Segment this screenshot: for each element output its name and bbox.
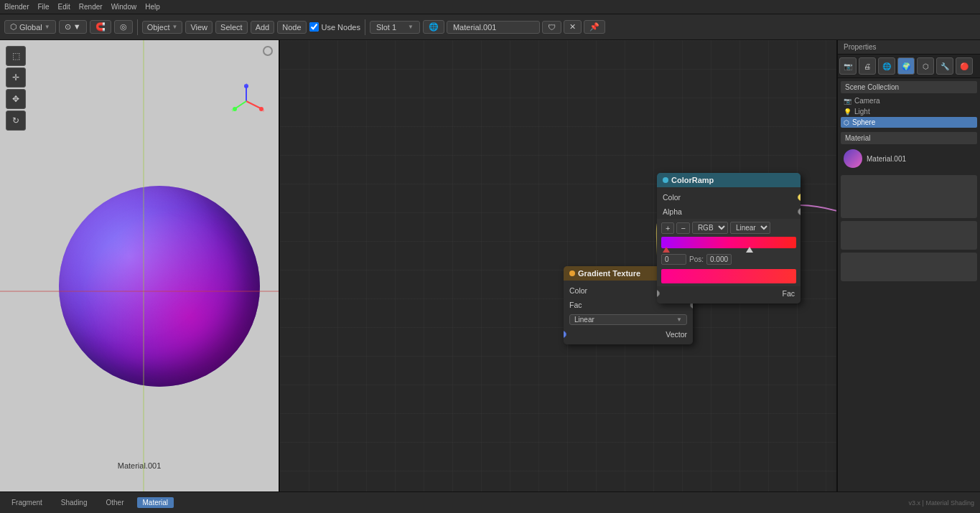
sphere-container <box>59 186 260 387</box>
vp-right-toolbar <box>263 46 273 56</box>
cr-pos-field[interactable]: 0.000 <box>706 254 732 265</box>
rp-render-tab[interactable]: 📷 <box>839 57 857 75</box>
menu-help[interactable]: Help <box>145 3 160 11</box>
rp-object-tab[interactable]: ⬡ <box>917 57 934 75</box>
cr-index-field[interactable]: 0 <box>661 254 686 265</box>
rp-camera-item[interactable]: 📷 Camera <box>841 95 977 106</box>
bottom-tab-fragment[interactable]: Fragment <box>6 497 48 508</box>
cr-stop-right[interactable] <box>746 247 753 253</box>
node-menu[interactable]: Node <box>277 21 306 34</box>
rp-header-text: Properties <box>844 43 877 51</box>
rp-outliner-section: Scene Collection 📷 Camera 💡 Light ⬡ Sphe… <box>841 81 977 128</box>
use-nodes-toggle[interactable]: Use Nodes <box>309 22 360 32</box>
bottom-bar: Fragment Shading Other Material v3.x | M… <box>0 491 980 513</box>
rp-extra-block-3 <box>841 253 977 281</box>
rp-modifier-tab[interactable]: 🔧 <box>936 57 953 75</box>
material-label-text: Material.001 <box>118 461 162 470</box>
select-menu[interactable]: Select <box>215 21 248 34</box>
material-close-btn[interactable]: ✕ <box>564 20 582 34</box>
cr-color-out-label: Color <box>663 193 681 202</box>
bottom-shading-label: Shading <box>61 499 88 507</box>
cr-pos-row: 0 Pos: 0.000 <box>661 254 796 265</box>
bottom-tab-shading[interactable]: Shading <box>55 497 93 508</box>
select-label: Select <box>220 23 243 32</box>
rp-extra-block-2 <box>841 221 977 250</box>
material-name-field[interactable]: Material.001 <box>447 21 540 34</box>
use-nodes-label: Use Nodes <box>322 23 360 32</box>
rp-world-tab[interactable]: 🌍 <box>897 57 915 75</box>
material-name-text: Material.001 <box>453 23 497 32</box>
cr-gradient-bar <box>661 237 796 248</box>
gradient-texture-dot <box>569 270 575 276</box>
rp-scene-header[interactable]: Scene Collection <box>841 81 977 93</box>
bottom-fragment-label: Fragment <box>11 499 42 507</box>
sphere-icon: ⬡ <box>844 119 849 126</box>
header-toolbar: ⬡ Global ▼ ⊙ ▼ 🧲 ◎ Object ▼ View Select … <box>0 14 980 40</box>
rp-material-tab[interactable]: 🔴 <box>956 57 973 75</box>
rp-extra-section <box>841 175 977 281</box>
viewport-panel: ⬚ ✛ ✥ ↻ Z X <box>0 40 280 491</box>
cr-add-btn[interactable]: + <box>661 222 674 234</box>
pivot-btn[interactable]: ⊙ ▼ <box>59 20 87 34</box>
camera-icon: 📷 <box>844 98 851 105</box>
slot-dropdown[interactable]: Slot 1 ▼ <box>370 21 420 34</box>
view-menu[interactable]: View <box>185 21 213 34</box>
sphere-label: Sphere <box>852 118 875 126</box>
chevron-down-icon: ▼ <box>172 24 177 30</box>
transform-space-btn[interactable]: ⬡ Global ▼ <box>4 20 56 34</box>
menu-edit[interactable]: Edit <box>58 3 70 11</box>
move-btn[interactable]: ✥ <box>6 89 26 109</box>
proportional-btn[interactable]: ◎ <box>114 20 133 34</box>
view-gizmo[interactable] <box>263 46 273 56</box>
bottom-tab-other[interactable]: Other <box>101 497 130 508</box>
rp-sphere-item[interactable]: ⬡ Sphere <box>841 117 977 128</box>
material-pin-btn[interactable]: 📌 <box>584 20 605 34</box>
cr-mode-select[interactable]: Linear <box>730 222 770 234</box>
select-box-btn[interactable]: ⬚ <box>6 46 26 66</box>
rp-output-tab[interactable]: 🖨 <box>859 57 876 75</box>
node-editor: Gradient Texture Color Fac Linear ▼ Vect <box>280 40 836 491</box>
right-panel-content: Scene Collection 📷 Camera 💡 Light ⬡ Sphe… <box>838 78 980 491</box>
menu-window[interactable]: Window <box>111 3 137 11</box>
add-menu[interactable]: Add <box>251 21 275 34</box>
axis-gizmo[interactable]: Z X Y <box>228 83 264 119</box>
snap-btn[interactable]: 🧲 <box>90 20 111 34</box>
menu-render[interactable]: Render <box>79 3 103 11</box>
colorramp-controls: + − RGB Linear 0 <box>657 219 801 286</box>
cr-stop-left[interactable] <box>663 247 670 253</box>
menu-file[interactable]: File <box>37 3 49 11</box>
rp-light-item[interactable]: 💡 Light <box>841 106 977 117</box>
cr-remove-btn[interactable]: − <box>676 222 689 234</box>
rp-extra-block-1 <box>841 175 977 218</box>
gt-type-dropdown[interactable]: Linear ▼ <box>569 314 687 325</box>
sphere-preview <box>59 186 260 387</box>
gt-chevron-icon: ▼ <box>676 316 682 323</box>
colorramp-dot <box>663 177 668 183</box>
svg-text:Y: Y <box>231 108 234 113</box>
top-menubar: Blender File Edit Render Window Help <box>0 0 980 14</box>
svg-line-2 <box>246 101 261 108</box>
transform-space-label: Global <box>19 23 42 32</box>
rp-scene-tab[interactable]: 🌐 <box>878 57 895 75</box>
cursor-btn[interactable]: ✛ <box>6 67 26 88</box>
material-shield-btn[interactable]: 🛡 <box>542 21 561 34</box>
colorramp-node[interactable]: ColorRamp Color Alpha + − RGB <box>657 173 801 303</box>
gt-color-label: Color <box>569 286 587 295</box>
material-icon-btn[interactable]: 🌐 <box>423 20 444 34</box>
rotate-btn[interactable]: ↻ <box>6 110 26 131</box>
gt-fac-label: Fac <box>569 301 582 309</box>
rp-material-item[interactable]: Material.001 <box>841 146 977 171</box>
use-nodes-checkbox[interactable] <box>309 22 319 32</box>
colorramp-body: Color Alpha + − RGB Linear <box>657 187 801 303</box>
cr-fac-in-socket <box>657 290 660 297</box>
bottom-tab-material[interactable]: Material <box>137 497 174 508</box>
cr-color-out-row: Color <box>657 190 801 204</box>
object-menu[interactable]: Object ▼ <box>142 21 183 34</box>
gt-vector-row: Vector <box>564 327 693 342</box>
rp-material-header[interactable]: Material <box>841 132 977 144</box>
gt-vector-socket <box>564 331 566 338</box>
cr-interpolation-select[interactable]: RGB <box>692 222 728 234</box>
light-icon: 💡 <box>844 108 851 116</box>
menu-blender[interactable]: Blender <box>4 3 29 11</box>
node-label: Node <box>282 23 301 32</box>
